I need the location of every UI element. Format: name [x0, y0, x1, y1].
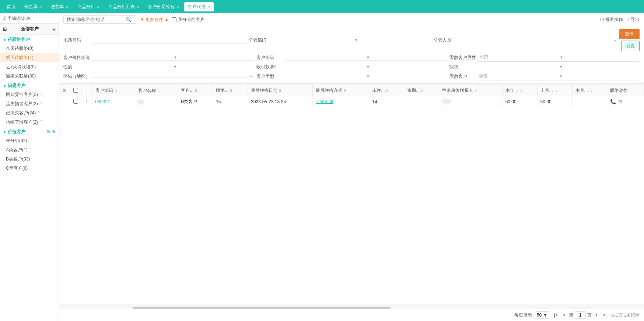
close-icon[interactable]: ✕	[66, 5, 69, 9]
filter-status-select[interactable]: ▼	[477, 64, 640, 70]
per-page-select[interactable]: 50 ▼	[535, 311, 549, 319]
filter-dept-select[interactable]: ▼	[277, 37, 431, 43]
customer-code-link[interactable]: 000021	[95, 99, 110, 104]
group-label-pending[interactable]: 待联络客户	[0, 35, 59, 44]
pagination: |< < 第 页 > >|	[552, 311, 608, 319]
grid-action-icon[interactable]: ⊞	[618, 99, 622, 104]
gear-icon[interactable]: ⚙	[62, 88, 67, 93]
main-search-icon[interactable]: 🔍	[126, 17, 131, 22]
settings-btn[interactable]: 设置	[621, 41, 640, 51]
filter-row-2: 客户价格等级 ▼ 客户等级 ▼ 零散客户属性 全部	[63, 54, 640, 62]
filter-price-tier-select[interactable]: ▼	[92, 55, 253, 61]
filter-customer-type: 客户类型 ▼	[256, 73, 447, 80]
footer: 每页显示 50 ▼ |< < 第 页 > >| 共1页 1条记录	[59, 309, 644, 321]
filter-payment-select[interactable]: ▼	[284, 64, 447, 70]
all-customers-title[interactable]: ⊞ 全部客户 «	[0, 24, 59, 35]
nav-customer-tier[interactable]: 客户分层经营 ✕	[144, 2, 183, 11]
th-this-month[interactable]: 本月... ⇅	[572, 85, 607, 96]
row-checkbox[interactable]	[73, 99, 78, 104]
filter-customer-tier-select[interactable]: ▼	[284, 55, 447, 61]
filter-payment: 收付款条件 ▼	[256, 64, 447, 70]
select-all-checkbox[interactable]	[73, 88, 78, 93]
group-label-value[interactable]: 价值客户 ↻ ✎	[0, 127, 59, 136]
filter-retail-attr-select[interactable]: 全部 ▼	[478, 54, 640, 62]
sidebar: 🔍 ⊞ 全部客户 « 待联络客户 今天待联络(0) 明天待联络(1) 近7天待联…	[0, 13, 59, 321]
sidebar-item-today[interactable]: 今天待联络(0)	[0, 44, 59, 53]
td-gear	[59, 96, 70, 107]
th-last-contact-date[interactable]: 最后联络日期 ⇅	[248, 85, 313, 96]
query-btn[interactable]: 查询	[619, 29, 640, 39]
filter-retail-customer-select[interactable]: 全部 ▼	[477, 72, 640, 80]
batch-op-btn[interactable]: ☑ 批量操作	[600, 17, 623, 23]
content-area: 🔍 ▼ 更多条件 ▲ 我分管的客户 ☑ 批量操作 ↑ 导出	[59, 13, 644, 321]
sidebar-item-overdue[interactable]: 逾期未联络(30)	[0, 72, 59, 81]
edit-icon[interactable]: ✎	[52, 130, 56, 135]
page-input[interactable]	[575, 311, 586, 319]
nav-product-analysis-list[interactable]: 商品分析列表 ✕	[105, 2, 143, 11]
nav-customer-contact[interactable]: 客户联络 ✕	[184, 2, 214, 11]
th-last-month[interactable]: 上月... ⇅	[537, 85, 572, 96]
sidebar-item-repurchase-abnormal[interactable]: 回购异常客户(2) ?	[0, 90, 59, 99]
th-contact[interactable]: 联络... ⇅	[213, 85, 248, 96]
nav-purchase-order[interactable]: 进货单 ✕	[47, 2, 72, 11]
close-icon[interactable]: ✕	[136, 5, 139, 9]
filter-customer-type-select[interactable]: ▼	[284, 73, 447, 79]
th-code[interactable]: 客户编码 ⇅	[92, 85, 135, 96]
sidebar-item-churn-warning[interactable]: 流失预警客户(3) ?	[0, 99, 59, 108]
sort-icon: ⇅	[589, 89, 592, 93]
collapse-icon[interactable]: «	[53, 26, 56, 32]
filter-phone-input[interactable]	[91, 37, 246, 44]
th-unlinked[interactable]: 未联... ⇅	[369, 85, 404, 96]
th-overdue[interactable]: 逾期... ⇅	[404, 85, 439, 96]
th-this-year[interactable]: 本年... ⇅	[502, 85, 537, 96]
nav-product-analysis[interactable]: 商品分析 ✕	[74, 2, 103, 11]
filter-customer-tier: 客户等级 ▼	[256, 55, 447, 61]
sidebar-item-class-a[interactable]: A类客户(1)	[0, 145, 59, 155]
more-filter-btn[interactable]: ▼ 更多条件 ▲	[140, 17, 169, 23]
filter-person-input[interactable]	[462, 39, 610, 41]
refresh-icon[interactable]: ↻	[47, 130, 50, 135]
close-icon[interactable]: ✕	[176, 5, 179, 9]
close-icon[interactable]: ✕	[39, 5, 42, 9]
main-search-input[interactable]	[67, 17, 126, 22]
td-unlinked: 14	[369, 96, 404, 107]
th-gear: ⚙	[59, 85, 70, 96]
filter-retail-customer: 零散客户 全部 ▼	[449, 72, 640, 80]
export-btn[interactable]: ↑ 导出	[627, 17, 640, 23]
th-unit-contact[interactable]: 往来单位联系人 ⇅	[439, 85, 502, 96]
first-page-btn[interactable]: |<	[552, 311, 560, 319]
more-dots-icon[interactable]: ···	[612, 38, 616, 43]
prev-page-btn[interactable]: <	[561, 311, 567, 319]
sidebar-item-7days[interactable]: 近7天待联络(0)	[0, 62, 59, 72]
contact-method-link[interactable]: 下销货单	[316, 99, 333, 104]
th-type[interactable]: 客户... ⇅	[178, 85, 213, 96]
sidebar-item-class-b[interactable]: B类客户(33)	[0, 155, 59, 164]
filter-nature-select[interactable]: ▼	[91, 64, 253, 70]
td-name: Ea	[135, 96, 178, 107]
th-last-contact-method[interactable]: 最后联络方式 ⇅	[313, 85, 369, 96]
sidebar-search-input[interactable]	[3, 16, 58, 21]
group-label-problem[interactable]: 问题客户	[0, 81, 59, 90]
more-dots-icon[interactable]: ···	[250, 74, 253, 79]
sidebar-item-ungrouped[interactable]: 未分组(32)	[0, 136, 59, 145]
close-icon[interactable]: ✕	[97, 5, 99, 9]
action-icons: 📞 ⊞	[610, 99, 641, 104]
td-last-month: 50.00	[537, 96, 572, 107]
phone-icon[interactable]: 📞	[610, 99, 616, 104]
sidebar-item-declining[interactable]: 持续下滑客户(2) ?	[0, 118, 59, 127]
filter-region-input[interactable]	[92, 76, 248, 77]
next-page-btn[interactable]: >	[593, 311, 599, 319]
my-customers-checkbox[interactable]	[172, 17, 176, 22]
sidebar-item-class-c[interactable]: C类客户(6)	[0, 164, 59, 173]
sidebar-item-tomorrow[interactable]: 明天待联络(1)	[0, 53, 59, 62]
nav-home[interactable]: 首页	[3, 2, 19, 11]
scrollbar-thumb[interactable]	[133, 307, 391, 309]
chevron-down-icon: ▼	[366, 55, 445, 59]
sidebar-item-churned[interactable]: 已流失客户(24) ?	[0, 108, 59, 118]
horizontal-scrollbar[interactable]	[59, 306, 644, 309]
nav-sales-order[interactable]: 销货单 ✕	[21, 2, 46, 11]
last-page-btn[interactable]: >|	[601, 311, 608, 319]
th-name[interactable]: 客户名称 ⇅	[135, 85, 178, 96]
td-this-month	[572, 96, 607, 107]
close-icon[interactable]: ✕	[207, 5, 210, 9]
